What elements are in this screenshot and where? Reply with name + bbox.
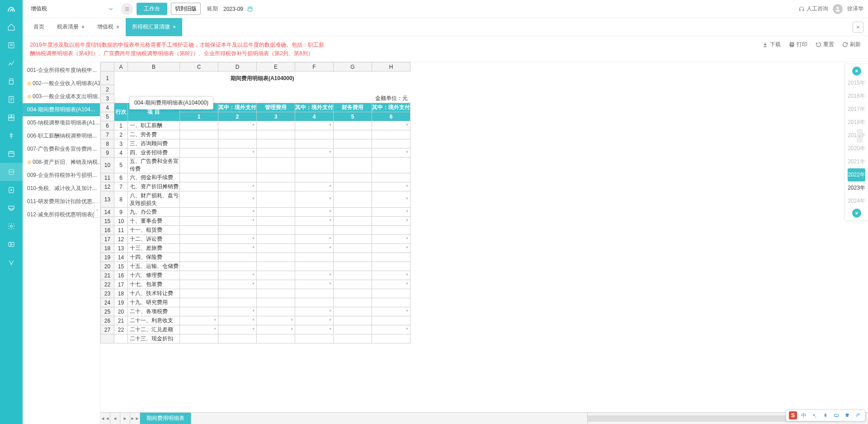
year-option[interactable]: 2018年 bbox=[848, 116, 865, 129]
column-header[interactable]: A bbox=[114, 62, 128, 71]
collapse-form-list-button[interactable] bbox=[94, 202, 100, 218]
ime-toolbar[interactable]: S 中 •, bbox=[786, 410, 865, 421]
year-option[interactable]: 2024年 bbox=[848, 195, 865, 208]
form-list-item-5[interactable]: 006-职工薪酬纳税调整明细... bbox=[23, 129, 100, 143]
form-list-item-4[interactable]: 005-纳税调整项目明细表(A1... bbox=[23, 116, 100, 129]
nav-calendar-icon[interactable] bbox=[0, 145, 23, 163]
form-list-item-7[interactable]: ⊘008-资产折旧、摊销及纳税... bbox=[23, 156, 100, 169]
nav-dashboard-icon[interactable] bbox=[0, 109, 23, 127]
ime-keyboard-icon[interactable] bbox=[832, 411, 840, 419]
row-item-name[interactable]: 十三、差旅费 bbox=[128, 244, 180, 253]
reset-button[interactable]: 重置 bbox=[816, 41, 834, 48]
form-list-item-2[interactable]: ⊘003-一般企业成本支出明细... bbox=[23, 90, 100, 103]
ime-lang-icon[interactable]: 中 bbox=[800, 411, 808, 419]
nav-assets-icon[interactable] bbox=[0, 72, 23, 91]
row-item-name[interactable]: 十二、诉讼费 bbox=[128, 235, 180, 244]
row-item-name[interactable]: 十五、运输、仓储费 bbox=[128, 262, 180, 271]
print-button[interactable]: 打印 bbox=[789, 41, 807, 48]
row-item-name[interactable]: 三、咨询顾问费 bbox=[128, 139, 180, 148]
nav-export-icon[interactable] bbox=[0, 181, 23, 199]
row-item-name[interactable]: 二十一、利息收支 bbox=[128, 316, 180, 325]
year-option[interactable]: 2020年 bbox=[848, 142, 865, 155]
nav-settings-icon[interactable] bbox=[0, 217, 23, 235]
row-item-name[interactable]: 十九、研究费用 bbox=[128, 298, 180, 307]
row-item-name[interactable]: 十四、保险费 bbox=[128, 253, 180, 262]
form-list-item-11[interactable]: 012-减免所得税优惠明细表(... bbox=[23, 208, 100, 221]
column-header[interactable]: H bbox=[372, 62, 410, 71]
tab-close-icon[interactable]: × bbox=[81, 24, 85, 30]
row-item-name[interactable]: 二十二、汇兑差额 bbox=[128, 325, 180, 334]
form-list-item-6[interactable]: 007-广告费和业务宣传费跨... bbox=[23, 143, 100, 156]
tab-close-icon[interactable]: × bbox=[173, 24, 176, 30]
ime-punct-icon[interactable]: •, bbox=[811, 411, 819, 419]
sheet-nav-last[interactable]: ►► bbox=[130, 413, 140, 424]
column-header[interactable]: G bbox=[334, 62, 372, 71]
year-scroll-up-button[interactable] bbox=[852, 67, 861, 76]
expand-right-panel-button[interactable]: › bbox=[857, 129, 863, 143]
org-selector[interactable]: 增值税 bbox=[27, 3, 118, 14]
nav-v-icon[interactable] bbox=[0, 253, 23, 272]
row-item-name[interactable]: 二十三、现金折扣 bbox=[128, 334, 180, 343]
refresh-button[interactable]: 刷新 bbox=[842, 41, 861, 48]
nav-inbox-icon[interactable] bbox=[0, 199, 23, 217]
sheet-nav-prev[interactable]: ◄ bbox=[110, 413, 120, 424]
row-item-name[interactable]: 五、广告费和业务宣传费 bbox=[128, 157, 180, 173]
form-list-item-8[interactable]: 009-企业所得税弥补亏损明... bbox=[23, 169, 100, 182]
tab-2[interactable]: 增值税× bbox=[91, 18, 126, 36]
nav-report-icon[interactable] bbox=[0, 91, 23, 109]
sheet-nav-first[interactable]: ◄◄ bbox=[100, 413, 110, 424]
row-item-name[interactable]: 十六、修理费 bbox=[128, 271, 180, 280]
user-avatar[interactable] bbox=[833, 4, 843, 14]
ime-skin-icon[interactable] bbox=[843, 411, 851, 419]
nav-analytics-icon[interactable] bbox=[0, 54, 23, 72]
column-header[interactable]: C bbox=[180, 62, 218, 71]
nav-video-icon[interactable] bbox=[0, 235, 23, 253]
sheet-tab-active[interactable]: 期间费用明细表 bbox=[140, 413, 191, 424]
row-item-name[interactable]: 十、董事会费 bbox=[128, 217, 180, 226]
form-list-item-3[interactable]: 004-期间费用明细表(A104... bbox=[23, 103, 100, 116]
year-scroll-down-button[interactable] bbox=[852, 209, 861, 218]
year-option[interactable]: 2023年 bbox=[848, 181, 865, 195]
form-list-item-10[interactable]: 011-研发费用加计扣除优惠... bbox=[23, 195, 100, 208]
sheet-scroll[interactable]: ABCDEFGH1期间费用明细表(A104000)23金额单位：元4行次项 目销… bbox=[100, 62, 868, 412]
form-list-item-1[interactable]: ⊘002-一般企业收入明细表(A1... bbox=[23, 77, 100, 90]
tab-3[interactable]: 所得税汇算清缴× bbox=[126, 18, 182, 36]
switch-old-button[interactable]: 切到旧版 bbox=[171, 3, 201, 15]
row-item-name[interactable]: 十七、包装费 bbox=[128, 280, 180, 289]
nav-tax-icon[interactable] bbox=[0, 163, 23, 181]
year-option[interactable]: 2022年 bbox=[848, 168, 865, 181]
row-item-name[interactable]: 七、资产折旧摊销费 bbox=[128, 182, 180, 191]
download-button[interactable]: 下载 bbox=[762, 41, 781, 48]
row-item-name[interactable]: 六、佣金和手续费 bbox=[128, 173, 180, 182]
tab-close-icon[interactable]: × bbox=[116, 24, 119, 30]
year-option[interactable]: 2021年 bbox=[848, 155, 865, 168]
nav-ledger-icon[interactable] bbox=[0, 36, 23, 54]
close-all-tabs-button[interactable] bbox=[853, 22, 863, 33]
support-link[interactable]: 人工咨询 bbox=[798, 5, 828, 13]
row-item-name[interactable]: 二十、各项税费 bbox=[128, 307, 180, 316]
row-item-name[interactable]: 四、业务招待费 bbox=[128, 148, 180, 157]
row-item-name[interactable]: 十八、技术转让费 bbox=[128, 289, 180, 298]
year-option[interactable]: 2016年 bbox=[848, 90, 865, 103]
column-header[interactable]: D bbox=[218, 62, 257, 71]
form-list-item-9[interactable]: 010-免税、减计收入及加计... bbox=[23, 182, 100, 195]
workspace-button[interactable]: 工作台 bbox=[137, 3, 167, 15]
row-item-name[interactable]: 九、办公费 bbox=[128, 208, 180, 217]
year-option[interactable]: 2015年 bbox=[848, 76, 865, 90]
column-header[interactable]: B bbox=[128, 62, 180, 71]
ime-tool-icon[interactable] bbox=[854, 411, 862, 419]
ime-voice-icon[interactable] bbox=[821, 411, 830, 419]
calendar-icon[interactable] bbox=[247, 6, 253, 12]
column-header[interactable]: F bbox=[295, 62, 334, 71]
column-header[interactable]: E bbox=[257, 62, 295, 71]
list-toggle-button[interactable] bbox=[121, 3, 133, 15]
year-option[interactable]: 2017年 bbox=[848, 103, 865, 116]
row-item-name[interactable]: 一、职工薪酬 bbox=[128, 121, 180, 130]
form-list-item-0[interactable]: 001-企业所得税年度纳税申... bbox=[23, 64, 100, 77]
row-item-name[interactable]: 二、劳务费 bbox=[128, 130, 180, 139]
row-item-name[interactable]: 八、财产损耗、盘亏及毁损损失 bbox=[128, 191, 180, 208]
period-value[interactable]: 2023-09 bbox=[223, 6, 243, 12]
sheet-nav-next[interactable]: ► bbox=[120, 413, 130, 424]
row-item-name[interactable]: 十一、租赁费 bbox=[128, 226, 180, 235]
tab-0[interactable]: 首页 bbox=[27, 18, 51, 36]
